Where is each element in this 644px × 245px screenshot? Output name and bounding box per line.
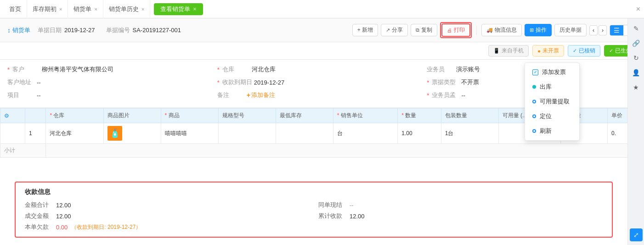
prev-doc-button[interactable]: ‹ xyxy=(589,25,598,35)
confirm-button[interactable]: ✓ 已核销 xyxy=(568,45,600,57)
not-opened-button[interactable]: ● 未开票 xyxy=(532,45,564,57)
add-note-button[interactable]: + 添加备注 xyxy=(247,91,275,99)
current-due-row: 本单欠款 0.00 （收款到期日: 2019-12-27） xyxy=(25,223,309,231)
available-qty-item[interactable]: 可用量提取 xyxy=(525,94,579,109)
same-order-row: 同单现结 -- xyxy=(318,201,603,209)
operations-button[interactable]: ⊞ 操作 xyxy=(525,24,552,36)
operations-dropdown: 添加发票 出库 可用量提取 定位 刷新 xyxy=(525,63,580,141)
sidebar-star-button[interactable]: ★ xyxy=(630,81,643,94)
tab-sales-order[interactable]: 销货单 × xyxy=(68,0,103,18)
sidebar-link-button[interactable]: 🔗 xyxy=(630,37,643,50)
deal-amount-row: 成交金额 12.00 xyxy=(25,212,309,220)
doc-date-field: 单据日期 2019-12-27 xyxy=(38,26,95,34)
doc-meta: 单据日期 2019-12-27 单据编号 SA-20191227-001 xyxy=(38,26,345,34)
locate-icon xyxy=(532,114,536,118)
payment-date-field: * 收款到期日 2019-12-27 xyxy=(217,78,427,86)
salesunit-col-header: 销售单位 xyxy=(333,108,398,123)
nav-arrows: ‹ › xyxy=(589,25,607,35)
close-all-tabs[interactable]: × xyxy=(636,5,640,13)
bottom-area: 收款信息 金额合计 12.00 同单现结 -- 成交金额 12.00 xyxy=(0,174,627,245)
image-col-header: 商品图片 xyxy=(103,108,161,123)
settings-icon[interactable]: ⚙ xyxy=(4,113,9,119)
share-button[interactable]: ↗ 分享 xyxy=(381,24,408,36)
print-highlight-box: 🖨 打印 xyxy=(440,22,472,38)
spec-col-header: 规格型号 xyxy=(218,108,276,123)
history-button[interactable]: 历史单据 xyxy=(554,24,587,36)
total-row: 金额合计 12.00 xyxy=(25,201,309,209)
right-sidebar: ✎ 🔗 ↻ 👤 ★ ⤢ xyxy=(627,18,644,245)
rownum-col-header xyxy=(25,108,46,123)
sidebar-rotate-button[interactable]: ↻ xyxy=(630,51,643,64)
row-spec-cell xyxy=(218,123,276,144)
from-mobile-button[interactable]: 📱 来自手机 xyxy=(488,45,529,57)
tab-view-sales[interactable]: 查看销货单 × xyxy=(154,3,203,15)
subtotal-label-cell: 小计 xyxy=(0,144,46,158)
refresh-item[interactable]: 刷新 xyxy=(525,124,579,138)
payment-title: 收款信息 xyxy=(25,188,603,196)
status-bar: 📱 来自手机 ● 未开票 ✓ 已核销 ✓ 已生效 xyxy=(0,42,644,60)
sidebar-person-button[interactable]: 👤 xyxy=(630,66,643,79)
subtotal-values-cell xyxy=(46,144,644,158)
product-col-header: 商品 xyxy=(161,108,218,123)
product-thumbnail: 🧴 xyxy=(107,126,122,141)
doc-type: ↕ 销货单 xyxy=(7,26,30,34)
row-num-cell: 1 xyxy=(25,123,46,144)
row-product-cell: 嘻嘻嘻嘻 xyxy=(161,123,218,144)
settings-col-header[interactable]: ⚙ xyxy=(0,108,25,123)
row-salesunit-cell: 台 xyxy=(333,123,398,144)
logistics-button[interactable]: 🚚 物流信息 xyxy=(481,24,522,36)
add-invoice-item[interactable]: 添加发票 xyxy=(525,65,579,80)
available-qty-icon xyxy=(532,100,536,103)
toolbar-divider xyxy=(476,26,477,35)
customer-field: * 客户 柳州粤港平安气体有限公司 xyxy=(7,65,217,74)
row-image-cell: 🧴 xyxy=(103,123,161,144)
outbound-item[interactable]: 出库 xyxy=(525,80,579,94)
row-packqty-cell: 1台 xyxy=(441,123,498,144)
close-tab-inventory[interactable]: × xyxy=(59,6,62,12)
minstock-col-header: 最低库存 xyxy=(276,108,333,123)
address-field: 客户地址 -- xyxy=(7,78,217,86)
print-button[interactable]: 🖨 打印 xyxy=(441,23,470,37)
row-qty-cell: 1.00 xyxy=(398,123,441,144)
row-settings-cell xyxy=(0,123,25,144)
refresh-icon xyxy=(532,129,536,133)
locate-item[interactable]: 定位 xyxy=(525,109,579,124)
warehouse-col-header: 仓库 xyxy=(46,108,103,123)
warehouse-field: * 仓库 河北仓库 xyxy=(217,65,427,74)
payment-section: 收款信息 金额合计 12.00 同单现结 -- 成交金额 12.00 xyxy=(15,182,613,238)
subtotal-row: 小计 xyxy=(0,144,644,158)
qty-col-header: 数量 xyxy=(398,108,441,123)
row-warehouse-cell: 河北仓库 xyxy=(46,123,103,144)
close-tab-history[interactable]: × xyxy=(141,6,144,12)
doc-number-field: 单据编号 SA-20191227-001 xyxy=(106,26,181,34)
row-minstock-cell xyxy=(276,123,333,144)
cumulative-row: 累计收款 12.00 xyxy=(318,212,603,220)
new-button[interactable]: + 新增 xyxy=(352,24,378,36)
sidebar-edit-button[interactable]: ✎ xyxy=(630,22,643,35)
next-doc-button[interactable]: › xyxy=(599,25,607,35)
document-header: ↕ 销货单 单据日期 2019-12-27 单据编号 SA-20191227-0… xyxy=(0,18,644,42)
packqty-col-header: 包装数量 xyxy=(441,108,498,123)
sidebar-expand-button[interactable]: ⤢ xyxy=(630,228,643,241)
project-field: 项目 -- xyxy=(7,91,217,99)
tab-bar: 首页 库存期初 × 销货单 × 销货单历史 × 查看销货单 × × xyxy=(0,0,644,18)
note-field: 备注 + 添加备注 xyxy=(217,91,427,99)
list-view-button[interactable]: ☰ xyxy=(610,25,623,35)
add-invoice-icon xyxy=(532,69,538,75)
close-tab-view-sales[interactable]: × xyxy=(193,6,197,12)
close-tab-sales[interactable]: × xyxy=(94,6,97,12)
copy-button[interactable]: ⧉ 复制 xyxy=(411,24,437,36)
tab-inventory-init[interactable]: 库存期初 × xyxy=(27,0,68,18)
tab-sales-history[interactable]: 销货单历史 × xyxy=(103,0,150,18)
tab-home[interactable]: 首页 xyxy=(4,0,27,18)
payment-grid: 金额合计 12.00 同单现结 -- 成交金额 12.00 累计收款 12.00 xyxy=(25,201,603,231)
outbound-icon xyxy=(532,85,536,89)
